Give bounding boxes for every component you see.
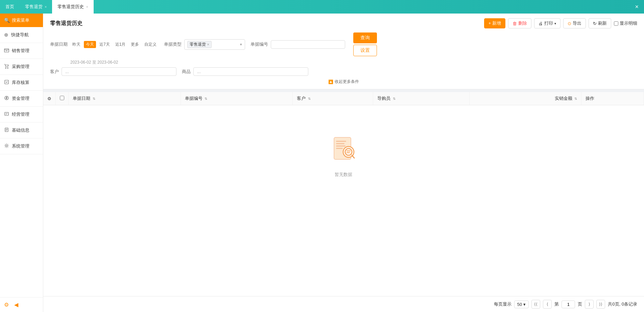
empty-text: 暂无数据 <box>335 172 352 178</box>
table-body: 暂无数据 <box>43 105 644 205</box>
sidebar-item-inventory-label: 库存核算 <box>12 80 29 86</box>
sidebar-item-purchase-mgmt-label: 采购管理 <box>12 64 29 70</box>
date-btn-yesterday[interactable]: 昨天 <box>70 41 82 48</box>
svg-rect-11 <box>336 146 345 147</box>
total-info: 共0页, 0条记录 <box>608 301 637 307</box>
customer-placeholder: ... <box>65 69 69 74</box>
table-header: ⚙ 单据日期 ⇅ 单据编号 ⇅ <box>43 92 644 105</box>
sidebar-item-basic-info[interactable]: 基础信息 <box>0 122 43 138</box>
page-size-select[interactable]: 50 ▾ <box>514 300 529 308</box>
print-button[interactable]: 🖨 打印 ▾ <box>534 18 560 28</box>
prev-page-button[interactable]: ⟨ <box>543 300 552 309</box>
empty-illustration <box>327 132 360 166</box>
th-doc-date: 单据日期 ⇅ <box>69 92 181 105</box>
top-bar: 首页 零售退货 × 零售退货历史 × × <box>0 0 644 14</box>
doc-type-tag-close[interactable]: × <box>207 42 209 46</box>
sort-doc-date-icon[interactable]: ⇅ <box>93 97 95 101</box>
operations-icon <box>4 111 9 117</box>
th-settings: ⚙ <box>43 92 56 105</box>
customer-input[interactable]: ... <box>62 67 176 76</box>
filter-setting-button[interactable]: 设置 <box>353 45 377 56</box>
last-page-button[interactable]: ⟩⟩ <box>596 300 605 309</box>
doc-type-tag-value: 零售退货 <box>190 42 206 47</box>
th-action-label: 操作 <box>586 96 594 101</box>
new-button-label: + 新增 <box>488 20 501 26</box>
doc-type-filter-label: 单据类型 <box>164 41 182 47</box>
refresh-icon: ↻ <box>593 21 597 26</box>
sidebar-item-operations-label: 经营管理 <box>12 111 29 117</box>
th-checkbox <box>56 92 69 105</box>
inventory-icon <box>4 80 9 86</box>
page-word: 第 <box>554 301 559 307</box>
date-btn-today[interactable]: 今天 <box>84 41 96 48</box>
collapse-row: 🔼 收起更多条件 <box>50 76 637 89</box>
sidebar-item-inventory[interactable]: 库存核算 <box>0 75 43 91</box>
th-doc-number-label: 单据编号 <box>185 96 202 101</box>
page-title-row: 零售退货历史 + 新增 🗑 删除 🖨 打印 ▾ ⊙ <box>50 18 637 28</box>
doc-number-filter-label: 单据编号 <box>251 41 268 47</box>
doc-number-input[interactable] <box>271 40 345 49</box>
new-button[interactable]: + 新增 <box>484 18 505 28</box>
svg-rect-12 <box>336 148 343 149</box>
sort-customer-icon[interactable]: ⇅ <box>308 97 311 101</box>
show-detail-label[interactable]: 显示明细 <box>614 20 637 26</box>
sidebar-item-operations[interactable]: 经营管理 <box>0 107 43 122</box>
sidebar-item-finance-label: 资金管理 <box>12 95 29 102</box>
data-table: ⚙ 单据日期 ⇅ 单据编号 ⇅ <box>43 92 644 205</box>
window-close-button[interactable]: × <box>629 3 644 10</box>
sidebar-search[interactable]: 🔍 搜索菜单 <box>0 14 43 27</box>
tab-list: 首页 零售退货 × 零售退货历史 × <box>0 0 629 14</box>
date-btn-more[interactable]: 更多 <box>129 41 141 48</box>
date-btn-1month[interactable]: 近1月 <box>113 41 128 48</box>
next-page-button[interactable]: ⟩ <box>585 300 594 309</box>
sales-mgmt-icon <box>4 48 9 54</box>
settings-bottom-icon[interactable]: ⚙ <box>4 302 9 308</box>
svg-rect-9 <box>336 141 346 142</box>
print-icon: 🖨 <box>539 21 543 26</box>
delete-icon: 🗑 <box>512 21 517 26</box>
refresh-button[interactable]: ↻ 刷新 <box>589 18 611 28</box>
customer-filter-group: 客户 ... <box>50 67 176 76</box>
tab-retail-return-history-close[interactable]: × <box>86 5 88 9</box>
show-detail-checkbox-input[interactable] <box>614 21 618 26</box>
first-page-button[interactable]: ⟨⟨ <box>531 300 540 309</box>
svg-point-1 <box>5 68 6 68</box>
empty-state: 暂无数据 <box>43 105 644 205</box>
date-btn-custom[interactable]: 自定义 <box>142 41 159 48</box>
delete-button[interactable]: 🗑 删除 <box>508 18 531 28</box>
goods-input[interactable]: ... <box>193 67 308 76</box>
collapse-button[interactable]: 🔼 收起更多条件 <box>325 78 362 86</box>
sidebar-item-quick-nav[interactable]: ⊕ 快捷导航 <box>0 27 43 43</box>
system-mgmt-icon <box>4 143 9 149</box>
query-button[interactable]: 查询 <box>353 32 377 43</box>
tab-home[interactable]: 首页 <box>0 0 20 14</box>
tab-retail-return-close[interactable]: × <box>45 5 47 9</box>
export-button[interactable]: ⊙ 导出 <box>563 18 586 28</box>
sort-amount-icon[interactable]: ⇅ <box>574 97 577 101</box>
select-all-checkbox[interactable] <box>60 96 64 100</box>
sidebar-item-finance[interactable]: 资金管理 <box>0 91 43 107</box>
tab-retail-return-history[interactable]: 零售退货历史 × <box>52 0 93 14</box>
date-filter-group: 单据日期 昨天 今天 近7天 近1月 更多 自定义 <box>50 41 159 48</box>
svg-rect-3 <box>5 80 8 84</box>
sidebar-item-sales-mgmt[interactable]: 销售管理 <box>0 43 43 59</box>
sidebar-item-purchase-mgmt[interactable]: 采购管理 <box>0 59 43 75</box>
page-size-value: 50 <box>517 302 522 307</box>
goods-filter-group: 商品 ... <box>182 67 308 76</box>
sort-doc-number-icon[interactable]: ⇅ <box>205 97 207 101</box>
goods-placeholder: ... <box>197 69 201 74</box>
tab-retail-return[interactable]: 零售退货 × <box>20 0 52 14</box>
show-detail-text: 显示明细 <box>620 20 637 26</box>
refresh-button-label: 刷新 <box>598 20 607 26</box>
collapse-sidebar-icon[interactable]: ◀ <box>14 302 18 308</box>
sort-guide-icon[interactable]: ⇅ <box>393 97 396 101</box>
print-chevron-icon: ▾ <box>554 22 556 25</box>
th-amount-label: 实销金额 <box>555 96 572 101</box>
date-btn-7days[interactable]: 近7天 <box>97 41 112 48</box>
settings-icon[interactable]: ⚙ <box>47 96 51 101</box>
svg-rect-5 <box>5 112 8 115</box>
current-page-input[interactable] <box>562 300 575 308</box>
svg-rect-0 <box>4 49 9 52</box>
sidebar-item-system-mgmt[interactable]: 系统管理 <box>0 138 43 154</box>
doc-type-select[interactable]: 零售退货 × ▾ <box>184 39 245 50</box>
